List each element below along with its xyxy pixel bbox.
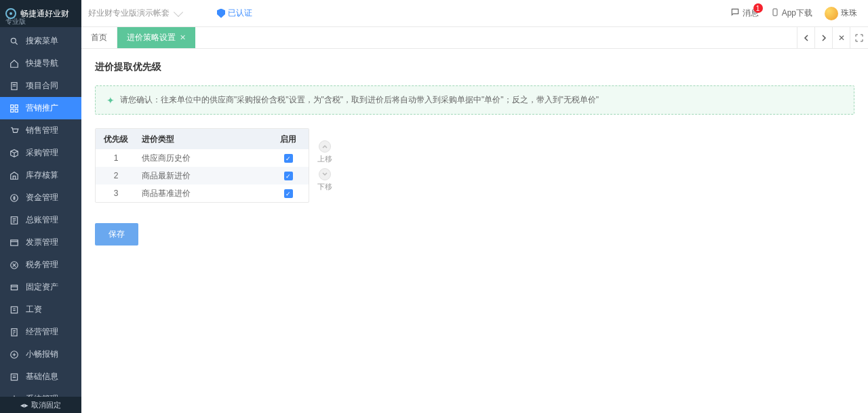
page-title: 进价提取优先级 bbox=[95, 61, 854, 73]
tab-next-button[interactable] bbox=[815, 27, 833, 49]
sparkle-icon: ✦ bbox=[106, 95, 115, 106]
sidebar-item-13[interactable]: 经营管理 bbox=[0, 321, 81, 343]
table-body: 1供应商历史价✓2商品最新进价✓3商品基准进价✓ bbox=[96, 149, 309, 202]
sidebar-item-14[interactable]: 小畅报销 bbox=[0, 343, 81, 366]
org-selector[interactable]: 好业财专业版演示帐套 bbox=[88, 7, 210, 19]
invoice-icon bbox=[9, 238, 19, 248]
sidebar-item-label: 快捷导航 bbox=[26, 58, 58, 69]
sidebar-item-label: 项目合同 bbox=[26, 80, 58, 92]
sidebar-item-3[interactable]: 营销推广 bbox=[0, 97, 81, 119]
move-up-label: 上移 bbox=[317, 154, 332, 164]
app-download-label: App下载 bbox=[782, 7, 812, 19]
cell-priority: 1 bbox=[96, 153, 136, 163]
tab-price-strategy[interactable]: 进价策略设置 ✕ bbox=[117, 27, 195, 48]
fullscreen-button[interactable] bbox=[850, 27, 868, 49]
box-icon bbox=[9, 149, 19, 158]
app-download-button[interactable]: App下载 bbox=[771, 7, 812, 19]
ledger-icon bbox=[9, 216, 19, 225]
tab-prev-button[interactable] bbox=[797, 27, 815, 49]
top-actions: 消息 1 App下载 珠珠 bbox=[730, 7, 861, 20]
pin-icon: ◂▸ bbox=[20, 401, 28, 410]
sidebar-item-label: 经营管理 bbox=[26, 326, 58, 338]
info-alert: ✦ 请您确认：往来单位中的供应商"采购报价含税"设置，为"含税"，取到进价后将自… bbox=[95, 85, 854, 115]
sidebar-item-6[interactable]: 库存核算 bbox=[0, 164, 81, 186]
search-icon bbox=[9, 37, 19, 46]
messages-button[interactable]: 消息 1 bbox=[730, 7, 759, 19]
user-name: 珠珠 bbox=[841, 7, 857, 19]
content: 进价提取优先级 ✦ 请您确认：往来单位中的供应商"采购报价含税"设置，为"含税"… bbox=[81, 49, 868, 413]
chevron-up-icon bbox=[322, 144, 328, 149]
biz-icon bbox=[9, 328, 19, 337]
sidebar-item-4[interactable]: 销售管理 bbox=[0, 119, 81, 142]
sidebar-item-15[interactable]: 基础信息 bbox=[0, 366, 81, 388]
sidebar-item-label: 固定资产 bbox=[26, 281, 58, 293]
tax-icon bbox=[9, 260, 19, 270]
sidebar-item-9[interactable]: 发票管理 bbox=[0, 231, 81, 254]
brand-header: 畅捷通好业财 专业版 bbox=[0, 0, 81, 27]
cell-type: 商品基准进价 bbox=[136, 188, 268, 199]
svg-rect-10 bbox=[11, 285, 17, 290]
sidebar-item-10[interactable]: 税务管理 bbox=[0, 254, 81, 276]
pin-label: 取消固定 bbox=[31, 400, 61, 410]
sidebar-item-label: 库存核算 bbox=[26, 170, 58, 181]
verified-label: 已认证 bbox=[228, 7, 252, 19]
sidebar-item-8[interactable]: 总账管理 bbox=[0, 209, 81, 231]
avatar-icon bbox=[825, 7, 838, 20]
grid-icon bbox=[9, 104, 19, 113]
sidebar-item-16[interactable]: 系统管理 bbox=[0, 388, 81, 397]
sidebar-item-11[interactable]: 固定资产 bbox=[0, 276, 81, 298]
sidebar-item-label: 税务管理 bbox=[26, 259, 58, 271]
phone-icon bbox=[771, 7, 779, 19]
tab-active-label: 进价策略设置 bbox=[127, 32, 176, 43]
move-down-button[interactable] bbox=[319, 168, 331, 180]
sidebar-pin-toggle[interactable]: ◂▸ 取消固定 bbox=[0, 397, 81, 413]
svg-point-0 bbox=[11, 38, 16, 43]
move-controls: 上移 下移 bbox=[317, 128, 332, 192]
caret-left-icon bbox=[804, 35, 809, 41]
sidebar-item-5[interactable]: 采购管理 bbox=[0, 142, 81, 164]
brand-edition: 专业版 bbox=[5, 17, 26, 26]
save-button[interactable]: 保存 bbox=[95, 223, 138, 245]
sidebar-item-label: 采购管理 bbox=[26, 147, 58, 159]
svg-rect-8 bbox=[11, 239, 18, 245]
checkbox[interactable]: ✓ bbox=[284, 189, 293, 198]
sidebar-item-label: 搜索菜单 bbox=[26, 35, 58, 47]
table-row[interactable]: 1供应商历史价✓ bbox=[96, 149, 309, 167]
table-header: 优先级 进价类型 启用 bbox=[96, 129, 309, 149]
close-icon: ✕ bbox=[838, 33, 845, 43]
col-priority: 优先级 bbox=[96, 134, 136, 145]
move-up-button[interactable] bbox=[319, 140, 331, 153]
col-type: 进价类型 bbox=[136, 134, 268, 145]
user-menu[interactable]: 珠珠 bbox=[825, 7, 857, 20]
priority-table: 优先级 进价类型 启用 1供应商历史价✓2商品最新进价✓3商品基准进价✓ bbox=[95, 128, 309, 203]
tabs: 首页 进价策略设置 ✕ bbox=[81, 27, 195, 48]
warehouse-icon bbox=[9, 171, 19, 180]
sidebar: 畅捷通好业财 专业版 搜索菜单快捷导航项目合同营销推广销售管理采购管理库存核算资… bbox=[0, 0, 81, 413]
verified-badge[interactable]: 已认证 bbox=[217, 7, 252, 19]
sidebar-menu: 搜索菜单快捷导航项目合同营销推广销售管理采购管理库存核算资金管理总账管理发票管理… bbox=[0, 27, 81, 397]
expand-icon bbox=[855, 34, 863, 42]
money-icon bbox=[9, 193, 19, 203]
move-down-label: 下移 bbox=[317, 182, 332, 192]
tab-close-all-button[interactable]: ✕ bbox=[833, 27, 850, 49]
sidebar-item-1[interactable]: 快捷导航 bbox=[0, 52, 81, 75]
asset-icon bbox=[9, 283, 19, 292]
sidebar-item-0[interactable]: 搜索菜单 bbox=[0, 30, 81, 52]
main: 好业财专业版演示帐套 已认证 消息 1 bbox=[81, 0, 868, 413]
cart-icon bbox=[9, 126, 19, 136]
tab-home[interactable]: 首页 bbox=[81, 27, 117, 48]
alert-text: 请您确认：往来单位中的供应商"采购报价含税"设置，为"含税"，取到进价后将自动带… bbox=[120, 94, 599, 106]
sidebar-item-12[interactable]: 工资 bbox=[0, 298, 81, 321]
sidebar-item-label: 销售管理 bbox=[26, 125, 58, 136]
sidebar-item-2[interactable]: 项目合同 bbox=[0, 75, 81, 97]
table-row[interactable]: 3商品基准进价✓ bbox=[96, 184, 309, 202]
sidebar-item-7[interactable]: 资金管理 bbox=[0, 186, 81, 209]
sidebar-item-label: 总账管理 bbox=[26, 214, 58, 226]
checkbox[interactable]: ✓ bbox=[284, 172, 293, 180]
svg-rect-5 bbox=[15, 109, 18, 112]
table-row[interactable]: 2商品最新进价✓ bbox=[96, 167, 309, 184]
close-icon[interactable]: ✕ bbox=[180, 33, 186, 42]
reimburse-icon bbox=[9, 350, 19, 359]
checkbox[interactable]: ✓ bbox=[284, 154, 293, 163]
sidebar-item-label: 基础信息 bbox=[26, 371, 58, 382]
